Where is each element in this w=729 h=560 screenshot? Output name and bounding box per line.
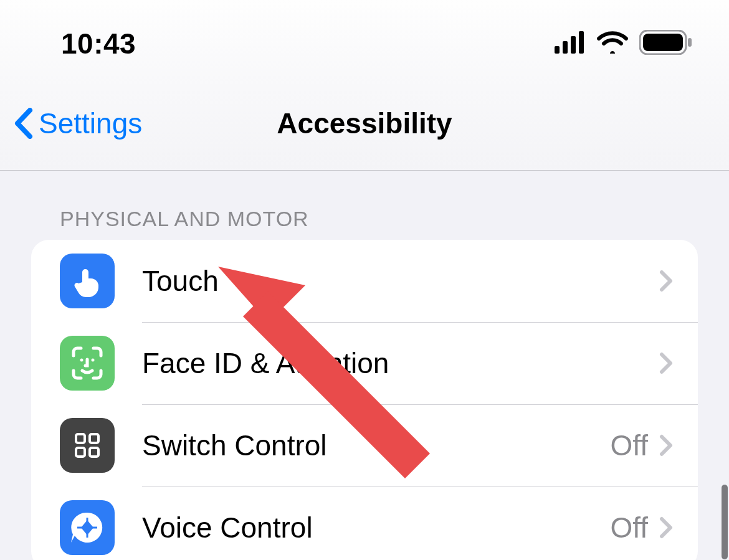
section-header: PHYSICAL AND MOTOR: [0, 171, 729, 240]
svg-rect-5: [643, 34, 683, 51]
switch-control-icon: [60, 418, 115, 473]
row-value: Off: [610, 511, 648, 544]
svg-rect-12: [90, 448, 98, 457]
row-label: Touch: [142, 264, 659, 298]
row-switch-control[interactable]: Switch Control Off: [31, 404, 698, 486]
svg-rect-0: [555, 46, 560, 54]
status-time: 10:43: [61, 27, 136, 60]
svg-rect-9: [76, 434, 85, 443]
row-value: Off: [610, 429, 648, 462]
battery-icon: [639, 30, 693, 57]
svg-point-7: [80, 359, 83, 362]
voice-control-icon: [60, 500, 115, 555]
status-bar: 10:43: [0, 0, 729, 87]
scroll-indicator: [722, 485, 728, 559]
settings-list: Touch: [31, 240, 698, 560]
row-label: Face ID & Attention: [142, 346, 659, 380]
wifi-icon: [597, 31, 628, 56]
chevron-left-icon: [12, 108, 35, 139]
svg-rect-1: [563, 41, 568, 54]
row-voice-control[interactable]: Voice Control Off: [31, 486, 698, 560]
chevron-right-icon: [659, 352, 673, 374]
svg-rect-3: [579, 31, 584, 54]
svg-rect-11: [76, 448, 85, 457]
back-label: Settings: [39, 107, 142, 140]
row-label: Voice Control: [142, 511, 610, 544]
back-button[interactable]: Settings: [12, 107, 142, 140]
nav-bar: Settings Accessibility: [0, 87, 729, 171]
svg-rect-2: [571, 36, 576, 54]
cellular-icon: [555, 31, 586, 56]
row-label: Switch Control: [142, 429, 610, 462]
row-touch[interactable]: Touch: [31, 240, 698, 322]
svg-rect-10: [90, 434, 98, 443]
status-indicators: [555, 30, 693, 57]
settings-content: PHYSICAL AND MOTOR Touch: [0, 171, 729, 560]
row-faceid[interactable]: Face ID & Attention: [31, 322, 698, 404]
touch-icon: [60, 254, 115, 308]
faceid-icon: [60, 336, 115, 391]
svg-point-8: [92, 359, 95, 362]
svg-rect-6: [688, 38, 692, 47]
page-title: Accessibility: [277, 107, 452, 140]
chevron-right-icon: [659, 516, 673, 539]
chevron-right-icon: [659, 434, 673, 457]
chevron-right-icon: [659, 270, 673, 292]
